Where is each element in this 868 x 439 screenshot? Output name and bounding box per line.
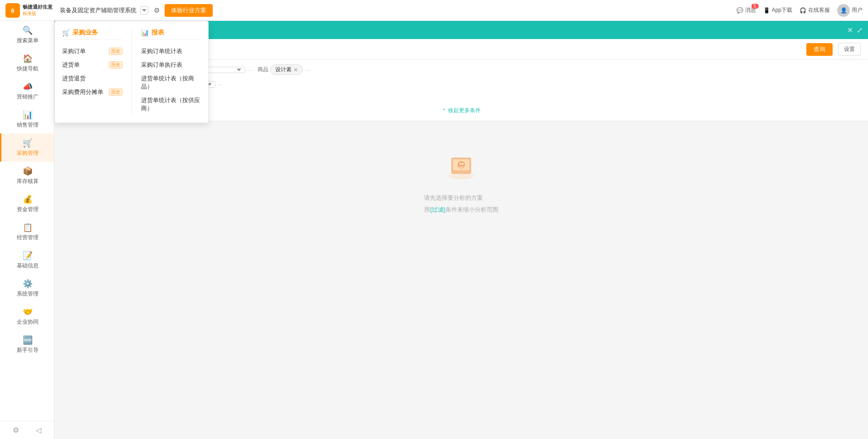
- title-dropdown-btn[interactable]: [140, 6, 148, 15]
- report-col-icon: 📊: [141, 29, 149, 36]
- hist-badge-1: 历史: [109, 61, 122, 69]
- avatar: 👤: [837, 4, 850, 17]
- sidebar-item-system[interactable]: ⚙️ 系统管理: [0, 274, 54, 302]
- logo-text-block: 畅捷通好生意 标准版: [23, 4, 53, 17]
- collapse-btn[interactable]: ⌃ 收起更多条件: [438, 105, 484, 116]
- dropdown-item-receipt-stats-product[interactable]: 进货单统计表（按商品）: [141, 72, 201, 94]
- sidebar: 🔍 搜索菜单 🏠 快捷导航 📣 营销推广 📊 销售管理 🛒 采购管理 📦 库存核…: [0, 21, 54, 439]
- product-tags: 设计素 ✕: [270, 64, 303, 75]
- purchase-dropdown-menu: 🛒 采购业务 采购订单 历史 进货单 历史 进货退货 采购费用分摊单 历史: [54, 21, 209, 123]
- logo-edition: 标准版: [23, 10, 53, 17]
- dropdown-item-order-exec[interactable]: 采购订单执行表: [141, 58, 201, 72]
- notification-btn[interactable]: 💬 消息 5: [736, 6, 756, 14]
- report-col-title: 📊 报表: [141, 29, 201, 40]
- handshake-icon: 🤝: [23, 307, 33, 317]
- sidebar-item-inventory[interactable]: 📦 库存核算: [0, 162, 54, 190]
- product-filter: 商品 设计素 ✕ ···: [258, 64, 310, 75]
- sidebar-item-marketing[interactable]: 📣 营销推广: [0, 77, 54, 105]
- sidebar-item-enterprise[interactable]: 🤝 企业协同: [0, 302, 54, 330]
- dropdown-item-purchase-order[interactable]: 采购订单 历史: [62, 44, 122, 58]
- empty-hint-1: 请先选择要分析的方案 用[过滤]条件来缩小分析范围: [424, 192, 498, 216]
- settings-btn-toolbar[interactable]: 设置: [838, 43, 861, 56]
- header-right: 💬 消息 5 📱 App下载 🎧 在线客服 👤 用户: [736, 4, 863, 17]
- col-divider: [132, 29, 132, 115]
- chart-icon: 📊: [23, 110, 33, 120]
- sidebar-item-guide[interactable]: 🆕 新手引导: [0, 330, 54, 359]
- salesperson-more-icon[interactable]: ···: [218, 81, 223, 88]
- logo-icon: 6: [5, 3, 20, 18]
- notification-badge: 5: [751, 4, 759, 9]
- collapse-icon[interactable]: ◁: [36, 426, 41, 434]
- new-icon: 🆕: [23, 335, 33, 345]
- tab-close-all-icon[interactable]: ✕: [847, 26, 853, 35]
- settings-icon[interactable]: ⚙: [152, 6, 161, 15]
- app-download-btn[interactable]: 📱 App下载: [763, 6, 792, 14]
- dropdown-item-purchase-expense[interactable]: 采购费用分摊单 历史: [62, 85, 122, 99]
- system-title: 装备及固定资产辅助管理系统: [60, 6, 137, 15]
- top-header: 6 畅捷通好生意 标准版 装备及固定资产辅助管理系统 ⚙ 体验行业方案 💬 消息…: [0, 0, 868, 21]
- online-service-btn[interactable]: 🎧 在线客服: [800, 6, 830, 14]
- product-tag[interactable]: 设计素 ✕: [270, 64, 303, 75]
- search-icon: 🔍: [23, 25, 33, 35]
- dropdown-item-order-stats[interactable]: 采购订单统计表: [141, 44, 201, 58]
- sidebar-item-operations[interactable]: 📋 经营管理: [0, 218, 54, 246]
- sidebar-bottom: ⚙ ◁: [0, 421, 54, 439]
- phone-icon: 📱: [763, 7, 770, 14]
- box-icon: 📦: [23, 166, 33, 176]
- industry-btn[interactable]: 体验行业方案: [165, 4, 213, 17]
- report-col: 📊 报表 采购订单统计表 采购订单执行表 进货单统计表（按商品） 进货单统计表（…: [141, 29, 201, 115]
- money-icon: 💰: [23, 194, 33, 204]
- logo-brand: 畅捷通好生意: [23, 4, 53, 10]
- settings-bottom-icon[interactable]: ⚙: [13, 426, 19, 434]
- notepad-icon: 📝: [23, 251, 33, 261]
- gear-icon: ⚙️: [23, 279, 33, 289]
- chevron-up-icon: ⌃: [442, 108, 446, 114]
- query-btn[interactable]: 查询: [806, 43, 833, 56]
- sidebar-item-basic-info[interactable]: 📝 基础信息: [0, 246, 54, 274]
- empty-illustration: [443, 148, 479, 185]
- tab-expand-icon[interactable]: ⤢: [857, 26, 863, 35]
- sidebar-item-sales[interactable]: 📊 销售管理: [0, 105, 54, 133]
- svg-point-6: [459, 163, 461, 165]
- sidebar-item-finance[interactable]: 💰 资金管理: [0, 190, 54, 218]
- status-more-icon[interactable]: ···: [247, 66, 253, 74]
- product-tag-close-icon[interactable]: ✕: [293, 67, 298, 73]
- user-menu-btn[interactable]: 👤 用户: [837, 4, 863, 17]
- sidebar-item-purchase[interactable]: 🛒 采购管理: [0, 133, 54, 162]
- sidebar-item-quick-nav[interactable]: 🏠 快捷导航: [0, 49, 54, 77]
- empty-state: 请先选择要分析的方案 用[过滤]条件来缩小分析范围: [54, 121, 868, 243]
- product-label: 商品: [258, 66, 268, 74]
- sidebar-item-search[interactable]: 🔍 搜索菜单: [0, 21, 54, 49]
- purchase-col-icon: 🛒: [62, 29, 70, 36]
- purchase-col-title: 🛒 采购业务: [62, 29, 122, 40]
- cart-icon: 🛒: [23, 138, 33, 148]
- tab-right-actions: ✕ ⤢: [847, 26, 868, 35]
- megaphone-icon: 📣: [23, 82, 33, 92]
- svg-text:6: 6: [11, 7, 14, 14]
- message-icon: 💬: [736, 7, 743, 14]
- hist-badge-3: 历史: [109, 89, 122, 96]
- hist-badge-0: 历史: [109, 48, 122, 55]
- logo-area: 6 畅捷通好生意 标准版: [5, 3, 60, 18]
- dropdown-item-receipt-stats-supplier[interactable]: 进货单统计表（按供应商）: [141, 94, 201, 115]
- headset-icon: 🎧: [800, 7, 806, 14]
- svg-point-7: [462, 163, 463, 165]
- clipboard-icon: 📋: [23, 222, 33, 232]
- product-more-icon[interactable]: ···: [305, 66, 310, 74]
- purchase-col: 🛒 采购业务 采购订单 历史 进货单 历史 进货退货 采购费用分摊单 历史: [62, 29, 122, 115]
- home-icon: 🏠: [23, 54, 33, 64]
- dropdown-item-goods-receipt[interactable]: 进货单 历史: [62, 58, 122, 72]
- dropdown-item-goods-return[interactable]: 进货退货: [62, 72, 122, 85]
